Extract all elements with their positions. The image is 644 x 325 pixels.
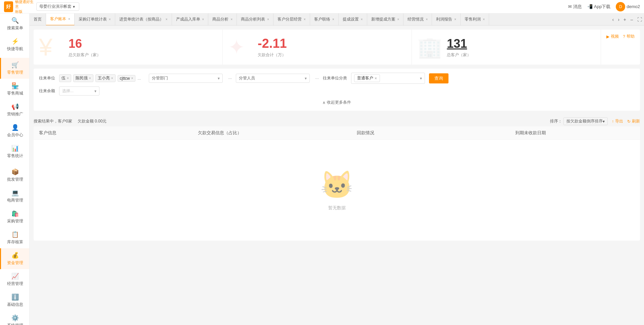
tab-profit-report[interactable]: 利润报告 × (432, 13, 461, 26)
remaining-arrow: ▾ (94, 89, 96, 94)
tab-close-customer-segment[interactable]: × (304, 17, 306, 21)
collapse-btn[interactable]: ∧ 收起更多条件 (318, 98, 355, 107)
branch-person-select[interactable]: 分管人员 ▾ (236, 74, 310, 83)
branch-dept-select[interactable]: 分管部门 ▾ (149, 74, 223, 83)
stat-value-total-customers: 16 (69, 37, 101, 51)
tab-overflow: ‹ › + ‒ ⛶ (610, 13, 644, 26)
tab-bar: 首页 客户账本 × 采购订单统计表 × 进货单统计表（按商品） × 产成品入库单… (30, 13, 644, 26)
help-btn[interactable]: ? 帮助 (623, 34, 635, 39)
tab-product-analysis[interactable]: 商品分析 × (208, 13, 237, 26)
tab-retail-profit[interactable]: 零售利润 × (461, 13, 489, 26)
branch-dept-dots[interactable]: ··· (228, 76, 232, 81)
stat-card-total-customers2: 🏢 131 总客户（家） (412, 30, 601, 65)
sidebar-item-base-info[interactable]: ℹ️ 基础信息 (0, 290, 29, 311)
col-customer-info: 客户信息 (39, 130, 198, 136)
unit-category-select[interactable]: 普通客户 × ▾ (351, 73, 425, 84)
tab-customer-segment[interactable]: 客户分层经营 × (273, 13, 310, 26)
sidebar-item-capital[interactable]: 💰 资金管理 (0, 248, 29, 269)
messages-btn[interactable]: ✉ 消息 (568, 4, 582, 10)
empty-state: 🐱 暂无数据 (320, 149, 354, 231)
sidebar-item-quicknav[interactable]: ⚡ 快捷导航 (0, 34, 29, 55)
unit-tags: 伍 × 陈民强 × 王小亮 × cjttcw × (59, 74, 141, 82)
user-menu[interactable]: D demo2 (616, 2, 640, 11)
filter-row-2: 往来余额 选择... ▾ (39, 86, 635, 96)
sort-select[interactable]: 按欠款金额倒序排序 ▾ (563, 117, 608, 125)
inventory-icon: 📋 (11, 231, 19, 238)
remove-tag-2[interactable]: × (89, 76, 91, 80)
tab-product-inbound[interactable]: 产成品入库单 × (172, 13, 209, 26)
logo-icon: 好 (4, 1, 13, 12)
tab-close-customer-capital[interactable]: × (68, 17, 70, 21)
sidebar-item-sys-mgmt[interactable]: ⚙️ 系统管理 (0, 311, 29, 325)
ops-icon: 📈 (11, 273, 19, 280)
tab-close-profit-report[interactable]: × (454, 17, 456, 21)
query-button[interactable]: 查询 (429, 73, 448, 83)
unit-category-arrow: ▾ (420, 76, 422, 81)
workspace-selector[interactable]: 母婴行业演示帐套 ▾ (36, 2, 79, 11)
refresh-btn[interactable]: ↻ 刷新 (627, 118, 640, 124)
unit-category-label: 往来单位分类 (323, 75, 347, 81)
tab-expand-btn[interactable]: + (621, 13, 628, 26)
main-layout: 🔍 搜索菜单 ⚡ 快捷导航 🛒 零售管理 🏪 零售商城 📢 营销推广 👤 会员中… (0, 13, 644, 325)
tab-fullscreen-btn[interactable]: ⛶ (635, 13, 644, 26)
chevron-down-icon: ▾ (73, 4, 75, 9)
tab-close-purchase-order-stats[interactable]: × (109, 17, 111, 21)
tab-customer-capital[interactable]: 客户账本 × (46, 13, 75, 26)
remove-tag-4[interactable]: × (131, 76, 133, 80)
remove-tag-3[interactable]: × (111, 76, 113, 80)
tab-close-product-inbound[interactable]: × (202, 17, 204, 21)
tab-close-ops-status[interactable]: × (426, 17, 428, 21)
stats-row: ¥ 16 总欠款客户（家） ✦ -2.11 欠款合计（万） 🏢 (34, 30, 640, 65)
tab-close-retail-profit[interactable]: × (483, 17, 485, 21)
tab-inbound-stats[interactable]: 进货单统计表（按商品） × (115, 13, 172, 26)
logo-area: 好 畅捷通好生意 标版 (4, 0, 34, 14)
remaining-select[interactable]: 选择... ▾ (59, 86, 99, 96)
sidebar-item-retail-stats[interactable]: 📊 零售统计 (0, 141, 29, 162)
tab-add-mention-plan[interactable]: 新增提成方案 × (367, 13, 404, 26)
app-download-btn[interactable]: 📲 App下载 (587, 4, 610, 10)
result-info: 搜索结果中，客户0家 欠款金额 0.00元 (34, 118, 106, 124)
tab-ops-status[interactable]: 经营情况 × (403, 13, 432, 26)
result-actions: 排序： 按欠款金额倒序排序 ▾ ↑ 导出 ↻ 刷新 (550, 117, 640, 125)
tab-close-customer-contact[interactable]: × (332, 17, 334, 21)
sidebar-item-inventory[interactable]: 📋 库存核算 (0, 227, 29, 248)
tab-close-inbound-stats[interactable]: × (166, 17, 168, 21)
sidebar-item-retail-mall[interactable]: 🏪 零售商城 (0, 79, 29, 100)
mall-icon: 🏪 (11, 82, 19, 89)
stat-value-total-customers2: 131 (447, 37, 471, 51)
capital-icon: 💰 (11, 252, 19, 259)
tab-close-product-analysis[interactable]: × (230, 17, 232, 21)
branch-person-dots[interactable]: ··· (315, 76, 319, 81)
sidebar-item-marketing[interactable]: 📢 营销推广 (0, 100, 29, 120)
sidebar-item-ecommerce[interactable]: 💻 电商管理 (0, 186, 29, 207)
tab-mention-settings[interactable]: 提成设置 × (339, 13, 367, 26)
content-area: 首页 客户账本 × 采购订单统计表 × 进货单统计表（按商品） × 产成品入库单… (30, 13, 644, 325)
tab-product-analysis-list[interactable]: 商品分析列表 × (237, 13, 273, 26)
col-due-date: 到期未收款日期 (515, 130, 635, 136)
data-table: 客户信息 欠款交易信息（占比） 回款情况 到期未收款日期 🐱 暂无数据 (34, 127, 640, 241)
tab-purchase-order-stats[interactable]: 采购订单统计表 × (75, 13, 115, 26)
col-debt-info: 欠款交易信息（占比） (198, 130, 357, 136)
tab-next-btn[interactable]: › (616, 13, 621, 26)
video-btn[interactable]: ▶ 视频 (606, 34, 619, 39)
unit-tag-3: 王小亮 × (95, 74, 116, 82)
tab-prev-btn[interactable]: ‹ (610, 13, 616, 26)
remove-tag-1[interactable]: × (67, 76, 69, 80)
sidebar-item-member[interactable]: 👤 会员中心 (0, 120, 29, 141)
sidebar-item-search[interactable]: 🔍 搜索菜单 (0, 13, 29, 34)
unit-tags-more[interactable]: ... (137, 76, 141, 81)
sidebar-item-ops[interactable]: 📈 经营管理 (0, 269, 29, 290)
result-sort: 排序： 按欠款金额倒序排序 ▾ (550, 117, 608, 125)
tab-close-product-analysis-list[interactable]: × (267, 17, 269, 21)
export-btn[interactable]: ↑ 导出 (612, 118, 623, 124)
sidebar-item-wholesale[interactable]: 📦 批发管理 (0, 165, 29, 186)
sidebar-item-purchase[interactable]: 🛍️ 采购管理 (0, 207, 29, 227)
tab-customer-contact[interactable]: 客户联络 × (310, 13, 339, 26)
tab-home[interactable]: 首页 (30, 13, 46, 26)
sidebar-item-retail-mgmt[interactable]: 🛒 零售管理 (0, 58, 29, 79)
tab-close-mention-settings[interactable]: × (361, 17, 363, 21)
remove-category-tag[interactable]: × (375, 76, 377, 81)
stat-label-total-customers: 总欠款客户（家） (69, 52, 101, 58)
tab-minimize-btn[interactable]: ‒ (628, 13, 635, 26)
tab-close-add-mention-plan[interactable]: × (397, 17, 399, 21)
